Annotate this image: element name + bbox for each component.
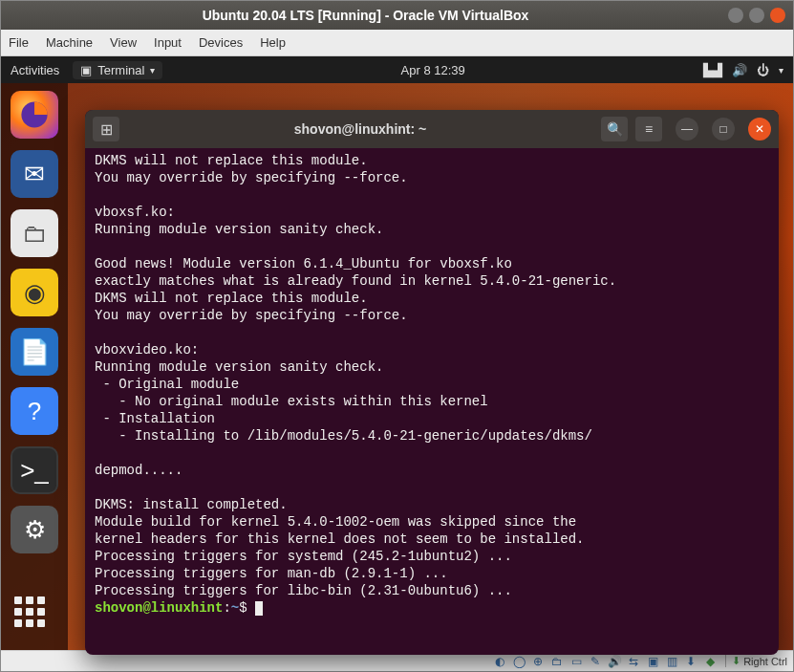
settings-icon[interactable]: ⚙ bbox=[11, 506, 58, 553]
terminal-window: ⊞ shovon@linuxhint: ~ 🔍 ≡ — □ ✕ DKMS wil… bbox=[85, 110, 779, 655]
terminal-title: shovon@linuxhint: ~ bbox=[127, 121, 593, 137]
volume-icon[interactable]: 🔊 bbox=[732, 63, 747, 77]
vbox-maximize-button[interactable] bbox=[749, 8, 764, 23]
term-line: exactly matches what is already found in… bbox=[95, 273, 616, 289]
hard-disk-icon[interactable]: ◐ bbox=[492, 654, 507, 669]
term-line: DKMS will not replace this module. bbox=[95, 291, 368, 306]
term-line: You may override by specifying --force. bbox=[95, 170, 408, 185]
vbox-minimize-button[interactable] bbox=[728, 8, 743, 23]
term-line: Processing triggers for man-db (2.9.1-1)… bbox=[95, 566, 448, 581]
prompt-path: ~ bbox=[231, 600, 239, 616]
terminal-dock-icon[interactable]: >_ bbox=[11, 446, 58, 494]
prompt-user-host: shovon@linuxhint bbox=[95, 600, 223, 616]
rhythmbox-icon[interactable]: ◉ bbox=[11, 269, 58, 316]
term-line: - Installation bbox=[95, 411, 215, 426]
term-line: - Original module bbox=[95, 377, 239, 392]
term-line: Good news! Module version 6.1.4_Ubuntu f… bbox=[95, 256, 512, 271]
activities-button[interactable]: Activities bbox=[11, 63, 59, 77]
arrow-down-icon: ⬇ bbox=[732, 655, 740, 667]
menu-machine[interactable]: Machine bbox=[46, 35, 93, 50]
writer-icon[interactable]: 📄 bbox=[11, 328, 58, 376]
menu-input[interactable]: Input bbox=[154, 35, 182, 50]
menu-help[interactable]: Help bbox=[260, 35, 286, 50]
chevron-down-icon: ▾ bbox=[150, 65, 155, 76]
clipboard-icon[interactable]: ▣ bbox=[645, 654, 660, 669]
host-key-indicator[interactable]: ⬇ Right Ctrl bbox=[725, 655, 787, 667]
term-line: vboxvideo.ko: bbox=[95, 342, 199, 358]
term-line: Running module version sanity check. bbox=[95, 222, 383, 237]
menu-devices[interactable]: Devices bbox=[199, 35, 243, 50]
term-line: depmod..... bbox=[95, 463, 182, 478]
optical-icon[interactable]: ◯ bbox=[511, 654, 526, 669]
term-line: DKMS will not replace this module. bbox=[95, 153, 368, 168]
term-line: Running module version sanity check. bbox=[95, 359, 383, 375]
search-button[interactable]: 🔍 bbox=[601, 117, 628, 141]
prompt-dollar: $ bbox=[239, 600, 247, 616]
network-icon[interactable]: ▙▟ bbox=[703, 63, 722, 77]
terminal-indicator-icon: ▣ bbox=[80, 63, 92, 77]
terminal-close-button[interactable]: ✕ bbox=[748, 118, 771, 141]
virtualbox-window: Ubuntu 20.04 LTS [Running] - Oracle VM V… bbox=[0, 0, 794, 672]
additions-icon[interactable]: ◆ bbox=[702, 654, 718, 669]
thunderbird-icon[interactable]: ✉ bbox=[11, 150, 58, 198]
hamburger-menu-button[interactable]: ≡ bbox=[635, 117, 662, 141]
terminal-minimize-button[interactable]: — bbox=[676, 118, 698, 141]
system-menu-chevron-icon[interactable]: ▾ bbox=[779, 65, 783, 76]
term-line: DKMS: install completed. bbox=[95, 497, 288, 512]
desktop-body: ✉ 🗀 ◉ 📄 ? >_ ⚙ ⊞ shovon@linuxhint: ~ 🔍 ≡… bbox=[1, 83, 793, 650]
help-icon[interactable]: ? bbox=[11, 387, 58, 435]
app-menu-label: Terminal bbox=[97, 63, 144, 77]
recording-icon[interactable]: ✎ bbox=[588, 654, 603, 669]
vbox-titlebar[interactable]: Ubuntu 20.04 LTS [Running] - Oracle VM V… bbox=[1, 1, 793, 30]
vbox-menubar: File Machine View Input Devices Help bbox=[1, 30, 793, 56]
term-line: - Installing to /lib/modules/5.4.0-21-ge… bbox=[95, 428, 592, 444]
audio-icon[interactable]: 🔊 bbox=[607, 654, 622, 669]
power-icon[interactable]: ⏻ bbox=[757, 63, 769, 77]
terminal-maximize-button[interactable]: □ bbox=[712, 118, 735, 141]
term-line: Processing triggers for libc-bin (2.31-0… bbox=[95, 583, 512, 598]
cursor bbox=[255, 601, 263, 616]
files-icon[interactable]: 🗀 bbox=[11, 209, 58, 257]
firefox-icon[interactable] bbox=[11, 91, 58, 139]
terminal-headerbar[interactable]: ⊞ shovon@linuxhint: ~ 🔍 ≡ — □ ✕ bbox=[85, 110, 779, 148]
menu-view[interactable]: View bbox=[110, 35, 137, 50]
gnome-top-bar: Activities ▣ Terminal ▾ Apr 8 12:39 ▙▟ 🔊… bbox=[1, 56, 793, 83]
cpu-icon[interactable]: ▥ bbox=[664, 654, 679, 669]
display-icon[interactable]: ▭ bbox=[569, 654, 584, 669]
host-key-label: Right Ctrl bbox=[743, 656, 787, 667]
term-line: kernel headers for this kernel does not … bbox=[95, 531, 584, 547]
app-menu[interactable]: ▣ Terminal ▾ bbox=[73, 61, 162, 79]
new-tab-button[interactable]: ⊞ bbox=[93, 117, 119, 141]
menu-file[interactable]: File bbox=[9, 35, 29, 50]
show-apps-icon[interactable] bbox=[14, 596, 54, 637]
shared-folder-icon[interactable]: 🗀 bbox=[549, 654, 565, 669]
vbox-close-button[interactable] bbox=[770, 8, 785, 23]
term-line: Module build for kernel 5.4.0-1002-oem w… bbox=[95, 514, 576, 530]
term-line: You may override by specifying --force. bbox=[95, 308, 408, 323]
dock: ✉ 🗀 ◉ 📄 ? >_ ⚙ bbox=[1, 83, 68, 650]
ubuntu-desktop: Activities ▣ Terminal ▾ Apr 8 12:39 ▙▟ 🔊… bbox=[1, 56, 793, 650]
terminal-output[interactable]: DKMS will not replace this module. You m… bbox=[85, 148, 779, 655]
prompt-colon: : bbox=[223, 600, 230, 616]
term-line: vboxsf.ko: bbox=[95, 205, 175, 220]
mouse-integration-icon[interactable]: ⬇ bbox=[683, 654, 698, 669]
network-status-icon[interactable]: ⇆ bbox=[626, 654, 641, 669]
clock[interactable]: Apr 8 12:39 bbox=[162, 63, 703, 77]
term-line: - No original module exists within this … bbox=[95, 394, 488, 409]
usb-icon[interactable]: ⊕ bbox=[530, 654, 546, 669]
vbox-title-text: Ubuntu 20.04 LTS [Running] - Oracle VM V… bbox=[9, 8, 722, 23]
term-line: Processing triggers for systemd (245.2-1… bbox=[95, 549, 512, 564]
